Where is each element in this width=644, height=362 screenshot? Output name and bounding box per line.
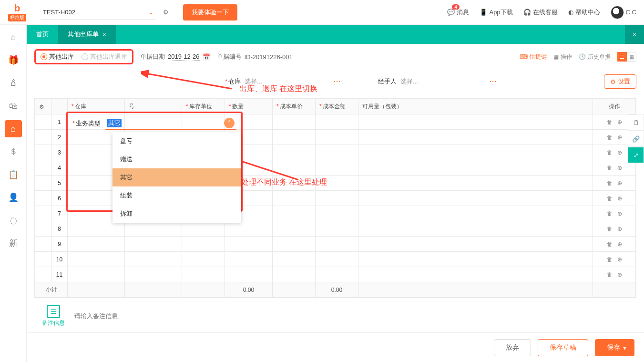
copy-icon[interactable]: ⊕ <box>617 119 622 125</box>
remarks-label: 备注信息 <box>42 319 65 327</box>
app-download-link[interactable]: 📱 App下载 <box>480 8 512 17</box>
nav-user-icon[interactable]: 👤 <box>5 189 22 206</box>
messages-link[interactable]: 💬 消息 4 <box>447 8 469 17</box>
view-list-icon[interactable]: ☰ <box>617 52 627 62</box>
nav-clipboard-icon[interactable]: 📋 <box>5 166 22 183</box>
biz-type-input[interactable]: 其它 ˄ <box>105 117 236 130</box>
dropdown-option[interactable]: 盘亏 <box>112 132 241 150</box>
dock-link-icon[interactable]: 🔗 <box>628 131 644 147</box>
save-label: 保存 <box>607 343 620 352</box>
warehouse-placeholder: 选择... <box>245 77 262 86</box>
copy-icon[interactable]: ⊕ <box>617 134 622 141</box>
delete-icon[interactable]: 🗑 <box>607 134 613 141</box>
nav-new-icon[interactable]: 新 <box>5 235 22 252</box>
delete-icon[interactable]: 🗑 <box>607 180 613 186</box>
operate-button[interactable]: ▦操作 <box>553 53 572 61</box>
dock-expand-icon[interactable]: ⤢ <box>628 147 644 163</box>
dropdown-option[interactable]: 组装 <box>112 186 241 205</box>
table-row[interactable]: 10🗑⊕ <box>35 252 636 267</box>
help-label: 帮助中心 <box>575 8 600 17</box>
messages-badge: 4 <box>452 4 460 10</box>
warehouse-field: 仓库 选择... ⋯ <box>225 75 340 88</box>
nav-gift-icon[interactable]: 🎁 <box>5 52 22 69</box>
subtotal-amount: 0.00 <box>316 282 358 298</box>
nav-home-icon[interactable]: ⌂ <box>5 29 22 46</box>
radio-return[interactable]: 其他出库退库 <box>82 52 127 61</box>
try-button[interactable]: 我要体验一下 <box>183 4 237 21</box>
service-link[interactable]: 🎧 在线客服 <box>523 8 558 17</box>
row-index: 2 <box>51 130 68 145</box>
delete-icon[interactable]: 🗑 <box>607 195 613 202</box>
org-selector[interactable]: TEST-H002 ⌄ <box>41 5 155 20</box>
dropdown-option[interactable]: 赠送 <box>112 150 241 168</box>
doc-no-label: 单据编号 <box>217 52 242 61</box>
doc-no-value: ID-20191226-001 <box>245 53 293 61</box>
delete-icon[interactable]: 🗑 <box>607 210 613 217</box>
dock-note-icon[interactable]: 🗒 <box>628 114 644 131</box>
history-button[interactable]: 🕓历史单据 <box>579 53 611 61</box>
annotation-2: 处理不同业务 在这里处理 <box>241 177 327 187</box>
calendar-icon[interactable]: 📅 <box>203 53 210 61</box>
nav-house-icon[interactable]: ⌂̂ <box>5 74 22 92</box>
row-index: 6 <box>51 191 68 206</box>
tab-home-label: 首页 <box>36 30 49 39</box>
copy-icon[interactable]: ⊕ <box>617 256 622 263</box>
doc-header: 其他出库 其他出库退库 单据日期 2019-12-26 📅 单据编号 <box>34 44 636 70</box>
logo: b 标准版 <box>8 3 27 21</box>
row-index: 3 <box>51 145 68 160</box>
date-label: 单据日期 <box>140 52 165 61</box>
remarks-input[interactable] <box>74 312 629 320</box>
delete-icon[interactable]: 🗑 <box>607 241 613 248</box>
settings-button[interactable]: ⚙设置 <box>604 74 636 89</box>
handler-field: 经手人 选择... ⋯ <box>378 75 496 88</box>
nav-money-icon[interactable]: ＄ <box>5 143 22 160</box>
copy-icon[interactable]: ⊕ <box>617 210 622 217</box>
warehouse-input[interactable]: 选择... ⋯ <box>245 75 340 88</box>
row-index: 10 <box>51 252 68 267</box>
chevron-down-icon: ▾ <box>623 344 626 352</box>
dropdown-option[interactable]: 其它 <box>112 168 241 186</box>
table-row[interactable]: 11🗑⊕ <box>35 267 636 282</box>
shortcut-button[interactable]: ⌨快捷键 <box>520 53 547 61</box>
table-row[interactable]: 8🗑⊕ <box>35 221 636 237</box>
nav-sync-icon[interactable]: ◌ <box>5 212 22 229</box>
copy-icon[interactable]: ⊕ <box>617 241 622 248</box>
close-icon[interactable]: × <box>102 31 106 38</box>
more-icon: ⋯ <box>333 77 340 86</box>
delete-icon[interactable]: 🗑 <box>607 165 613 171</box>
save-draft-button[interactable]: 保存草稿 <box>538 339 588 356</box>
copy-icon[interactable]: ⊕ <box>617 195 622 202</box>
delete-icon[interactable]: 🗑 <box>607 256 613 263</box>
handler-placeholder: 选择... <box>400 77 418 86</box>
view-grid-icon[interactable]: ▦ <box>627 52 636 62</box>
user-menu[interactable]: C C <box>611 6 636 19</box>
date-value[interactable]: 2019-12-26 <box>168 53 200 61</box>
tab-active-label: 其他出库单 <box>68 30 99 39</box>
delete-icon[interactable]: 🗑 <box>607 271 613 278</box>
dropdown-option[interactable]: 拆卸 <box>112 205 241 223</box>
nav-warehouse-icon[interactable]: ⌂ <box>5 120 22 137</box>
col-gear[interactable]: ⚙ <box>35 99 51 114</box>
remarks-section: ☰ 备注信息 <box>42 305 629 327</box>
help-link[interactable]: ◐ 帮助中心 <box>568 8 600 17</box>
biz-type-label: 业务类型 <box>72 119 101 128</box>
copy-icon[interactable]: ⊕ <box>617 271 622 278</box>
discard-button[interactable]: 放弃 <box>494 339 531 356</box>
copy-icon[interactable]: ⊕ <box>617 149 622 156</box>
handler-input[interactable]: 选择... ⋯ <box>400 75 496 88</box>
tab-home[interactable]: 首页 <box>27 25 58 44</box>
gear-icon[interactable]: ⚙ <box>163 9 169 16</box>
radio-outbound[interactable]: 其他出库 <box>41 52 74 61</box>
delete-icon[interactable]: 🗑 <box>607 119 613 125</box>
tab-active[interactable]: 其他出库单 × <box>58 25 116 44</box>
copy-icon[interactable]: ⊕ <box>617 180 622 186</box>
copy-icon[interactable]: ⊕ <box>617 165 622 171</box>
nav-bag-icon[interactable]: 🛍 <box>5 97 22 114</box>
delete-icon[interactable]: 🗑 <box>607 149 613 156</box>
save-button[interactable]: 保存▾ <box>595 339 634 356</box>
radio-dot-icon <box>82 53 88 60</box>
table-row[interactable]: 9🗑⊕ <box>35 237 636 252</box>
delete-icon[interactable]: 🗑 <box>607 226 613 232</box>
copy-icon[interactable]: ⊕ <box>617 226 622 232</box>
tabs-close-all[interactable]: × <box>625 25 644 44</box>
